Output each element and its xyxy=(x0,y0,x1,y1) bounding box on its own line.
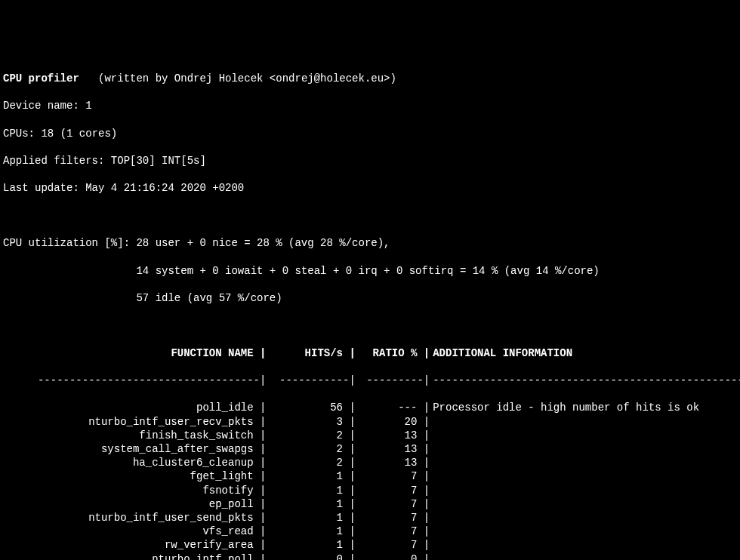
cell-hits: 1 xyxy=(266,484,349,497)
cell-ratio: 7 xyxy=(356,538,424,552)
cell-hits: 2 xyxy=(266,442,349,456)
cpus-label: CPUs: xyxy=(3,128,41,140)
app-author: (written by Ondrej Holecek <ondrej@holec… xyxy=(79,72,396,85)
device-value: 1 xyxy=(85,100,91,112)
table-divider: -----------------------------------|----… xyxy=(3,374,737,387)
cell-hits: 1 xyxy=(266,525,349,538)
table-row: rw_verify_area |1 |7 | xyxy=(3,538,737,552)
cell-info: Processor idle - high number of hits is … xyxy=(430,401,699,414)
cell-ratio: 7 xyxy=(356,525,424,538)
col-header-hits: HITS/s xyxy=(266,346,349,360)
table-header-row: FUNCTION NAME |HITS/s |RATIO % |ADDITION… xyxy=(3,346,737,360)
cell-hits: 56 xyxy=(266,401,349,414)
util-line1: 28 user + 0 nice = 28 % (avg 28 %/core), xyxy=(136,237,390,249)
cell-fn: ha_cluster6_cleanup xyxy=(3,456,260,469)
cell-hits: 1 xyxy=(266,538,349,552)
filters-value: TOP[30] INT[5s] xyxy=(111,155,206,167)
util-indent xyxy=(3,292,136,304)
cell-fn: finish_task_switch xyxy=(3,429,260,442)
table-row: nturbo_intf_user_recv_pkts |3 |20 | xyxy=(3,415,737,429)
cell-fn: nturbo_intf_user_recv_pkts xyxy=(3,415,260,429)
cell-ratio: --- xyxy=(356,401,424,414)
cell-ratio: 13 xyxy=(356,442,424,456)
cell-hits: 2 xyxy=(266,429,349,442)
cell-ratio: 7 xyxy=(356,497,424,511)
cell-ratio: 13 xyxy=(356,429,424,442)
cell-fn: rw_verify_area xyxy=(3,538,260,552)
cell-fn: fget_light xyxy=(3,469,260,483)
cell-ratio: 0 xyxy=(356,552,424,561)
util-line2: 14 system + 0 iowait + 0 steal + 0 irq +… xyxy=(136,265,599,277)
cell-hits: 0 xyxy=(266,552,349,561)
util-indent xyxy=(3,265,136,277)
util-line3: 57 idle (avg 57 %/core) xyxy=(136,292,282,304)
update-label: Last update: xyxy=(3,182,85,194)
table-row: fsnotify |1 |7 | xyxy=(3,484,737,497)
cell-fn: vfs_read xyxy=(3,525,260,538)
terminal-output: CPU profiler (written by Ondrej Holecek … xyxy=(3,58,737,560)
cell-ratio: 7 xyxy=(356,484,424,497)
table-row: ep_poll |1 |7 | xyxy=(3,497,737,511)
cpus-value: 18 (1 cores) xyxy=(41,128,117,140)
cell-fn: system_call_after_swapgs xyxy=(3,442,260,456)
table-row: nturbo_intf_poll |0 |0 | xyxy=(3,552,737,561)
cell-fn: nturbo_intf_user_send_pkts xyxy=(3,511,260,525)
app-title: CPU profiler xyxy=(3,72,79,85)
table-row: nturbo_intf_user_send_pkts |1 |7 | xyxy=(3,511,737,525)
cell-hits: 1 xyxy=(266,511,349,525)
update-value: May 4 21:16:24 2020 +0200 xyxy=(85,182,244,194)
cell-hits: 3 xyxy=(266,415,349,429)
table-row: finish_task_switch |2 |13 | xyxy=(3,429,737,442)
col-header-info: ADDITIONAL INFORMATION xyxy=(430,346,572,360)
cell-fn: poll_idle xyxy=(3,401,260,414)
col-header-ratio: RATIO % xyxy=(356,346,424,360)
cell-ratio: 13 xyxy=(356,456,424,469)
filters-label: Applied filters: xyxy=(3,155,111,167)
cell-ratio: 7 xyxy=(356,511,424,525)
table-row: vfs_read |1 |7 | xyxy=(3,525,737,538)
cell-fn: nturbo_intf_poll xyxy=(3,552,260,561)
util-label: CPU utilization [%]: xyxy=(3,237,136,249)
table-row: ha_cluster6_cleanup |2 |13 | xyxy=(3,456,737,469)
cell-hits: 1 xyxy=(266,497,349,511)
table-row: fget_light |1 |7 | xyxy=(3,469,737,483)
cell-ratio: 20 xyxy=(356,415,424,429)
col-header-fn: FUNCTION NAME xyxy=(3,346,260,360)
table-row: system_call_after_swapgs |2 |13 | xyxy=(3,442,737,456)
device-label: Device name: xyxy=(3,100,85,112)
cell-hits: 2 xyxy=(266,456,349,469)
cell-ratio: 7 xyxy=(356,469,424,483)
cell-fn: fsnotify xyxy=(3,484,260,497)
cell-fn: ep_poll xyxy=(3,497,260,511)
cell-hits: 1 xyxy=(266,469,349,483)
table-row: poll_idle |56 |--- |Processor idle - hig… xyxy=(3,401,737,414)
